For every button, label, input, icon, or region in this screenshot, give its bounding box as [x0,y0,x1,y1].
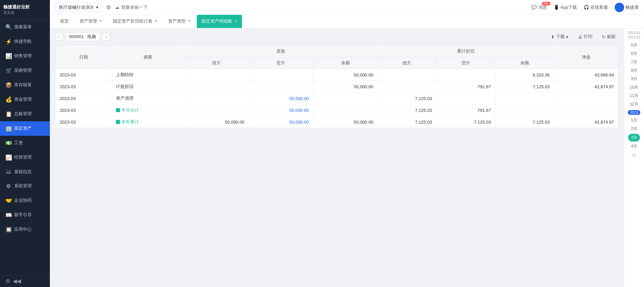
timeline-month-item[interactable]: 8月 [625,66,643,75]
cell-accum-credit: 7,125.03 [436,116,495,128]
customer-service-button[interactable]: 🎧 在线客服 [584,4,608,10]
timeline-month-item[interactable]: 4月 [625,142,643,151]
settings-button[interactable]: ⚙ [106,4,111,10]
sidebar-label-collab: 企业协同 [14,197,44,203]
collapse-icon[interactable]: ◀◀ [13,278,21,284]
tab-depreciation-stats-label: 固定资产折旧统计表 [113,18,152,24]
cell-date: 2023-03 [56,116,112,128]
company-selector[interactable]: 医疗器械行业演示 ▾ [55,3,102,12]
cell-orig-balance [313,104,377,116]
sidebar-item-sales[interactable]: 📊销售管理 [0,49,50,63]
timeline-header2: 2023.03 [628,35,640,39]
sidebar-item-finance[interactable]: 💰资金管理 [0,92,50,107]
sidebar-icon-search: 🔍 [5,24,11,30]
timeline-month-item[interactable]: 6月 [625,50,643,58]
prev-asset-button[interactable]: ‹ [55,33,63,40]
download-label: 下载 [556,34,565,40]
cell-accum-debit [377,69,436,81]
next-asset-button[interactable]: › [102,33,110,40]
sidebar-item-guide[interactable]: 📖新手引导 [0,208,50,222]
service-label: 在线客服 [590,4,608,10]
cell-orig-debit [184,69,248,81]
cell-accum-credit [436,93,495,104]
cell-accum-balance: 6,333.36 [495,69,554,81]
tab-asset-type-label: 资产类型 [168,18,186,24]
detail-table: 日期 摘要 原值 累计折旧 净值 借方 贷方 余额 借方 贷方 余额 [55,45,618,128]
timeline-month-item[interactable]: 7月 [625,58,643,66]
timeline-month-item[interactable]: 1月 [625,116,643,125]
tab-depreciation-stats[interactable]: 固定资产折旧统计表 ✕ [108,15,162,28]
sidebar-icon-system: ⚙ [5,183,11,189]
messages-icon: 💬 [531,5,537,10]
tab-home[interactable]: 首页 [55,15,73,28]
main-area: 医疗器械行业演示 ▾ ⚙ ☁ 我要体验一下 💬 消息 99+ 📱 App下载 🎧… [50,0,644,287]
download-icon: ⬇ [551,34,555,39]
sidebar-label-base-info: 基础信息 [14,169,44,175]
user-profile[interactable]: 👤 畅捷通 [615,3,639,12]
timeline-month-item[interactable]: 2月 [625,125,643,133]
th-date: 日期 [56,45,112,69]
download-button[interactable]: ⬇ 下载 ▾ [548,32,571,41]
timeline-month-item[interactable]: 11月 [625,92,643,100]
sidebar-item-payroll[interactable]: 💵工资 [0,136,50,150]
timeline-year-item[interactable]: 2023 [625,108,643,116]
sidebar-label-sales: 销售管理 [14,53,44,59]
cell-orig-debit [184,93,248,104]
sidebar-item-system[interactable]: ⚙系统管理 [0,179,50,193]
download-chevron: ▾ [566,34,569,39]
cell-summary: 本年累计 [112,116,184,128]
refresh-label: 刷新 [607,34,616,40]
sidebar-icon-guide: 📖 [5,212,11,218]
sidebar-item-quick-nav[interactable]: ⚡快捷导航 [0,34,50,49]
sidebar-item-ledger[interactable]: 📋总账管理 [0,107,50,121]
sidebar-item-search[interactable]: 🔍搜索菜单 [0,20,50,34]
settings-icon[interactable]: ⚙ [5,278,10,284]
sidebar-label-fixed-assets: 固定资产 [14,125,44,131]
refresh-button[interactable]: ↻ 刷新 [599,32,618,41]
th-accum-balance: 余额 [495,57,554,69]
experience-button[interactable]: ☁ 我要体验一下 [115,4,148,10]
messages-badge: 99+ [542,2,550,5]
toolbar-right: ⬇ 下载 ▾ 🖨 打印 ↻ 刷新 [548,32,618,41]
tab-asset-detail-close[interactable]: ✕ [234,19,237,23]
timeline-month-item[interactable]: 12月 [625,100,643,108]
timeline-month-item[interactable]: 5月 [625,41,643,50]
sidebar-label-apps: 应用中心 [14,226,44,232]
th-original-value: 原值 [184,45,377,57]
asset-code-display: 000001 电脑 [65,32,100,41]
cell-accum-debit [377,81,436,93]
tab-depreciation-stats-close[interactable]: ✕ [154,19,157,23]
timeline-month-item[interactable]: 10月 [625,83,643,92]
sidebar-icon-operations: 📈 [5,154,11,161]
timeline-active-month[interactable]: 3月 [628,134,640,141]
topbar-right: 💬 消息 99+ 📱 App下载 🎧 在线客服 👤 畅捷通 [531,3,639,12]
app-edition: 普及版 [3,10,47,15]
cell-net-value: 42,874.97 [554,81,618,93]
sidebar-label-finance: 资金管理 [14,96,44,102]
cell-summary: 计提折旧 [112,81,184,93]
tab-asset-mgmt-close[interactable]: ✕ [99,19,102,23]
timeline-month-item[interactable]: 9月 [625,75,643,83]
sidebar-item-fixed-assets[interactable]: 🏢固定资产 [0,121,50,136]
sidebar-item-purchase[interactable]: 🛒采购管理 [0,63,50,78]
print-button[interactable]: 🖨 打印 [575,32,595,41]
th-orig-balance: 余额 [313,57,377,69]
sidebar-item-base-info[interactable]: 🗂基础信息 [0,165,50,179]
messages-button[interactable]: 💬 消息 99+ [531,4,547,10]
tab-asset-mgmt[interactable]: 资产管理 ✕ [75,15,107,28]
download-app-button[interactable]: 📱 App下载 [554,4,577,10]
sidebar-item-apps[interactable]: 🔲应用中心 [0,222,50,237]
table-row: 2023-03 本年累计 50,000.00 50,000.00 50,000.… [56,116,618,128]
tab-asset-type[interactable]: 资产类型 ✕ [163,15,195,28]
timeline-down-arrow[interactable]: ⊕ [632,151,636,160]
sidebar-label-search: 搜索菜单 [14,24,44,30]
timeline-header1: 2023.03 [628,31,640,35]
tab-asset-detail[interactable]: 固定资产明细账 ✕ [197,15,242,28]
user-label: 畅捷通 [625,4,639,10]
tab-asset-type-close[interactable]: ✕ [188,19,191,23]
sidebar-item-collab[interactable]: 🤝企业协同 [0,193,50,208]
sidebar-item-operations[interactable]: 📈经营管理 [0,150,50,165]
sidebar-item-inventory[interactable]: 📦库存核算 [0,78,50,92]
cell-orig-credit [249,81,313,93]
sidebar-label-quick-nav: 快捷导航 [14,38,44,44]
